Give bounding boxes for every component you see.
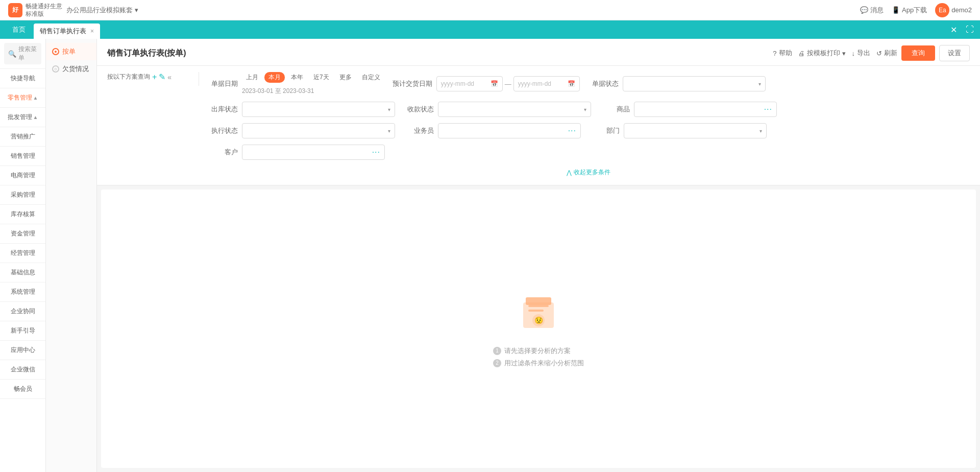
sub-circle-icon: ○ bbox=[52, 65, 59, 73]
page-header: 销售订单执行表(按单) ? 帮助 🖨 按模板打印 ▾ ↓ 导出 bbox=[97, 39, 980, 66]
top-bar: 好 畅捷通好生意 标准版 办公用品行业模拟账套 ▾ 💬 消息 📱 App下载 E… bbox=[0, 0, 980, 20]
dept-select[interactable]: ▾ bbox=[624, 123, 767, 138]
app-download-btn[interactable]: 📱 App下载 bbox=[892, 6, 927, 15]
sidebar-item-wholesale[interactable]: 批发管理 ▲ bbox=[0, 108, 45, 127]
avatar: Ea bbox=[935, 3, 949, 17]
doc-status-label: 单据状态 bbox=[588, 79, 619, 88]
tab-minimize-btn[interactable]: ✕ bbox=[947, 23, 960, 36]
filter-item-exec: 执行状态 ▾ bbox=[207, 123, 395, 138]
expected-date-label: 预计交货日期 bbox=[393, 79, 432, 88]
date-tag-last-month[interactable]: 上月 bbox=[242, 72, 262, 83]
exec-select[interactable]: ▾ bbox=[242, 123, 395, 138]
empty-hint-2: 2 用过滤条件来缩小分析范围 bbox=[493, 359, 584, 368]
industry-selector[interactable]: 办公用品行业模拟账套 ▾ bbox=[66, 6, 138, 15]
sidebar-item-finance[interactable]: 资金管理 bbox=[0, 224, 45, 244]
message-btn[interactable]: 💬 消息 bbox=[860, 6, 884, 15]
sidebar-item-ecommerce[interactable]: 电商管理 bbox=[0, 166, 45, 185]
svg-rect-2 bbox=[528, 305, 549, 307]
date-tag-this-year[interactable]: 本年 bbox=[287, 72, 307, 83]
help-btn[interactable]: ? 帮助 bbox=[773, 49, 792, 58]
customer-dots-btn[interactable]: ··· bbox=[372, 148, 380, 157]
goods-input[interactable]: ··· bbox=[634, 102, 777, 117]
quick-nav-item[interactable]: 快捷导航 bbox=[0, 69, 45, 88]
sidebar-item-inventory[interactable]: 库存核算 bbox=[0, 205, 45, 224]
content-area: 销售订单执行表(按单) ? 帮助 🖨 按模板打印 ▾ ↓ 导出 bbox=[97, 39, 980, 472]
sidebar-item-marketing[interactable]: 营销推广 bbox=[0, 127, 45, 147]
tab-bar-right: ✕ ⛶ bbox=[947, 23, 976, 36]
hint-num-2: 2 bbox=[493, 359, 501, 367]
search-input-wrap[interactable]: 🔍 搜索菜单 bbox=[4, 43, 41, 64]
main-layout: 🔍 搜索菜单 快捷导航 零售管理 ▲ 批发管理 ▲ 营销推广 销售管理 电商管理… bbox=[0, 39, 980, 472]
query-button[interactable]: 查询 bbox=[901, 45, 935, 61]
expected-date-end[interactable]: yyyy-mm-dd 📅 bbox=[513, 76, 580, 91]
filter-item-salesman: 业务员 ··· bbox=[403, 123, 581, 138]
sidebar-item-member[interactable]: 畅会员 bbox=[0, 380, 45, 399]
dept-label: 部门 bbox=[589, 126, 620, 135]
search-icon: 🔍 bbox=[8, 50, 16, 58]
filter-item-customer: 客户 ··· bbox=[207, 145, 385, 160]
customer-input[interactable]: ··· bbox=[242, 145, 385, 160]
svg-rect-3 bbox=[528, 310, 544, 312]
sidebar-item-collab[interactable]: 企业协同 bbox=[0, 302, 45, 321]
date-tag-custom[interactable]: 自定义 bbox=[358, 72, 384, 83]
sidebar-item-retail[interactable]: 零售管理 ▲ bbox=[0, 88, 45, 108]
outstock-chevron-icon: ▾ bbox=[388, 107, 390, 112]
tab-active[interactable]: 销售订单执行表 × bbox=[34, 23, 100, 39]
date-sep: — bbox=[505, 80, 511, 88]
date-tag-7days[interactable]: 近7天 bbox=[309, 72, 333, 83]
sub-sidebar: ● 按单 ○ 欠货情况 bbox=[46, 39, 97, 472]
scheme-edit-btn[interactable]: ✎ bbox=[159, 72, 165, 82]
sidebar-item-wechat[interactable]: 企业微信 bbox=[0, 360, 45, 380]
customer-label: 客户 bbox=[207, 148, 238, 157]
receive-label: 收款状态 bbox=[403, 105, 434, 114]
filter-section: 按以下方案查询 + ✎ « 单据日期 bbox=[107, 72, 970, 179]
outstock-select[interactable]: ▾ bbox=[242, 102, 395, 117]
goods-dots-btn[interactable]: ··· bbox=[764, 105, 772, 114]
date-range-text: 2023-03-01 至 2023-03-31 bbox=[242, 87, 384, 96]
empty-hint: 1 请先选择要分析的方案 2 用过滤条件来缩小分析范围 bbox=[493, 346, 584, 368]
sidebar-item-newbie[interactable]: 新手引导 bbox=[0, 321, 45, 341]
receive-select[interactable]: ▾ bbox=[438, 102, 591, 117]
sidebar-item-purchase[interactable]: 采购管理 bbox=[0, 185, 45, 205]
scheme-collapse-btn[interactable]: « bbox=[167, 73, 172, 81]
setting-button[interactable]: 设置 bbox=[939, 45, 970, 61]
date-tag-more[interactable]: 更多 bbox=[335, 72, 356, 83]
tab-expand-btn[interactable]: ⛶ bbox=[964, 23, 976, 36]
sidebar-search[interactable]: 🔍 搜索菜单 bbox=[0, 39, 45, 69]
user-area[interactable]: Ea demo2 bbox=[935, 3, 972, 17]
sidebar-item-operation[interactable]: 经营管理 bbox=[0, 244, 45, 263]
date-tag-this-month[interactable]: 本月 bbox=[264, 72, 285, 83]
salesman-input[interactable]: ··· bbox=[438, 123, 581, 138]
filter-item-outstock: 出库状态 ▾ bbox=[207, 102, 395, 117]
filter-row-3: 执行状态 ▾ 业务员 ··· bbox=[207, 123, 970, 138]
content-body: 😟 1 请先选择要分析的方案 2 用过滤条件来缩小分析范围 bbox=[101, 190, 976, 468]
outstock-label: 出库状态 bbox=[207, 105, 238, 114]
search-text: 搜索菜单 bbox=[18, 45, 37, 62]
retail-arrow: ▲ bbox=[33, 95, 38, 101]
sidebar-item-system[interactable]: 系统管理 bbox=[0, 282, 45, 302]
refresh-btn[interactable]: ↺ 刷新 bbox=[876, 49, 897, 58]
scheme-add-btn[interactable]: + bbox=[152, 73, 157, 82]
filter-item-dept: 部门 ▾ bbox=[589, 123, 767, 138]
tab-close-btn[interactable]: × bbox=[90, 28, 94, 35]
sidebar-item-sales[interactable]: 销售管理 bbox=[0, 147, 45, 166]
tab-home[interactable]: 首页 bbox=[4, 20, 34, 39]
sidebar-item-appcenter[interactable]: 应用中心 bbox=[0, 341, 45, 360]
salesman-dots-btn[interactable]: ··· bbox=[568, 126, 576, 135]
sub-item-by-order[interactable]: ● 按单 bbox=[46, 43, 96, 60]
expected-date-start[interactable]: yyyy-mm-dd 📅 bbox=[436, 76, 503, 91]
filter-row-1: 单据日期 上月 本月 本年 近7天 更多 自定义 20 bbox=[207, 72, 970, 96]
filter-actions-row: ⋀ 收起更多条件 bbox=[207, 166, 970, 179]
collapse-btn[interactable]: ⋀ 收起更多条件 bbox=[567, 168, 610, 177]
date-range-picker: yyyy-mm-dd 📅 — yyyy-mm-dd 📅 bbox=[436, 76, 580, 91]
help-icon: ? bbox=[773, 50, 776, 57]
sub-item-shortage[interactable]: ○ 欠货情况 bbox=[46, 60, 96, 78]
exec-chevron-icon: ▾ bbox=[388, 128, 390, 134]
export-btn[interactable]: ↓ 导出 bbox=[852, 49, 871, 58]
doc-status-select[interactable]: ▾ bbox=[623, 76, 766, 91]
page-actions: ? 帮助 🖨 按模板打印 ▾ ↓ 导出 ↺ 刷新 bbox=[773, 49, 897, 58]
print-btn[interactable]: 🖨 按模板打印 ▾ bbox=[798, 49, 846, 58]
sidebar-item-basic[interactable]: 基础信息 bbox=[0, 263, 45, 282]
logo-text: 畅捷通好生意 标准版 bbox=[26, 3, 62, 17]
page-title: 销售订单执行表(按单) bbox=[107, 48, 186, 59]
